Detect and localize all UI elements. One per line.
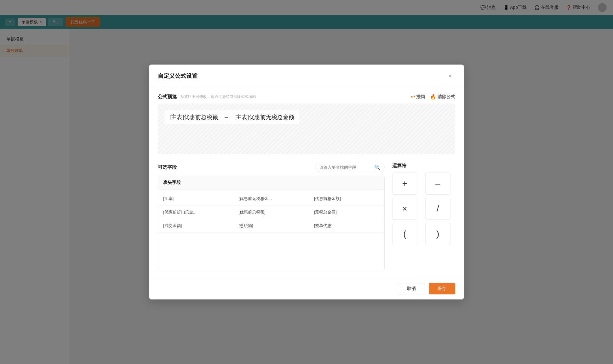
undo-button[interactable]: ↩ 撤销 <box>411 94 425 100</box>
clear-label: 清除公式 <box>438 94 455 100</box>
formula-preview-label: 公式预览 <box>158 94 177 100</box>
minus-icon: – <box>435 179 440 189</box>
field-item[interactable]: [优惠前总税额] <box>233 206 309 219</box>
divide-icon: / <box>437 204 439 214</box>
multiply-icon: × <box>402 204 407 214</box>
formula-modal: 自定义公式设置 × 公式预览 预览区不可修改，请通过撤销或清除公式编辑 ↩ 撤销… <box>149 65 464 299</box>
operators-section: 运算符 + – × / <box>392 163 455 270</box>
formula-content: [主表]优惠前总税额 – [主表]优惠前无税总金额 <box>164 110 299 124</box>
operator-right-paren-button[interactable]: ) <box>425 223 450 245</box>
left-paren-icon: ( <box>403 229 406 239</box>
operators-grid: + – × / ( <box>392 173 455 245</box>
save-button[interactable]: 保存 <box>429 283 455 294</box>
fields-header: 可选字段 🔍 <box>158 163 385 172</box>
operators-title: 运算符 <box>392 163 455 169</box>
operator-multiply-button[interactable]: × <box>392 198 417 220</box>
field-item[interactable]: [优惠前折扣总金... <box>158 206 233 219</box>
fields-section: 可选字段 🔍 表头字段 [汇率] [优 <box>158 163 385 270</box>
cancel-button[interactable]: 取消 <box>398 283 425 294</box>
right-paren-icon: ) <box>436 229 439 239</box>
field-item[interactable]: [整单优惠] <box>309 219 384 233</box>
bottom-section: 可选字段 🔍 表头字段 [汇率] [优 <box>158 163 455 270</box>
modal-title: 自定义公式设置 <box>158 72 198 80</box>
formula-part1: [主表]优惠前总税额 <box>169 114 218 120</box>
modal-close-button[interactable]: × <box>445 71 455 81</box>
fields-list-box[interactable]: 表头字段 [汇率] [优惠前无税总金... [优惠前总金额] <box>158 176 385 270</box>
operator-minus-button[interactable]: – <box>425 173 450 195</box>
formula-preview-box: [主表]优惠前总税额 – [主表]优惠前无税总金额 <box>158 104 455 154</box>
operator-left-paren-button[interactable]: ( <box>392 223 417 245</box>
formula-part2: [主表]优惠前无税总金额 <box>234 114 294 120</box>
formula-actions: ↩ 撤销 🔥 清除公式 <box>411 94 455 100</box>
field-item[interactable]: [汇率] <box>158 192 233 206</box>
field-item[interactable]: [无税总金额] <box>309 206 384 219</box>
plus-icon: + <box>402 179 407 189</box>
undo-icon: ↩ <box>411 94 415 100</box>
modal-footer: 取消 保存 <box>149 278 464 299</box>
formula-preview-section-header: 公式预览 预览区不可修改，请通过撤销或清除公式编辑 ↩ 撤销 🔥 清除公式 <box>158 94 455 100</box>
operator-plus-button[interactable]: + <box>392 173 417 195</box>
fields-category-header: 表头字段 <box>158 176 384 190</box>
modal-header: 自定义公式设置 × <box>149 65 464 86</box>
close-icon: × <box>448 72 452 80</box>
formula-operator: – <box>225 114 228 120</box>
formula-hint: 预览区不可修改，请通过撤销或清除公式编辑 <box>180 94 256 100</box>
undo-label: 撤销 <box>416 94 425 100</box>
modal-body: 公式预览 预览区不可修改，请通过撤销或清除公式编辑 ↩ 撤销 🔥 清除公式 [主… <box>149 86 464 278</box>
search-box[interactable]: 🔍 <box>315 163 385 172</box>
clear-icon: 🔥 <box>430 94 436 100</box>
modal-overlay: 自定义公式设置 × 公式预览 预览区不可修改，请通过撤销或清除公式编辑 ↩ 撤销… <box>0 0 613 364</box>
search-input[interactable] <box>319 165 372 170</box>
field-item[interactable]: [优惠前无税总金... <box>233 192 309 206</box>
fields-grid: [汇率] [优惠前无税总金... [优惠前总金额] [优惠前折扣总金... <box>158 190 384 235</box>
search-icon: 🔍 <box>374 164 381 170</box>
field-item[interactable]: [优惠前总金额] <box>309 192 384 206</box>
operator-divide-button[interactable]: / <box>425 198 450 220</box>
fields-title: 可选字段 <box>158 164 177 170</box>
field-item[interactable]: [成交金额] <box>158 219 233 233</box>
field-item[interactable]: [总税额] <box>233 219 309 233</box>
clear-formula-button[interactable]: 🔥 清除公式 <box>430 94 455 100</box>
